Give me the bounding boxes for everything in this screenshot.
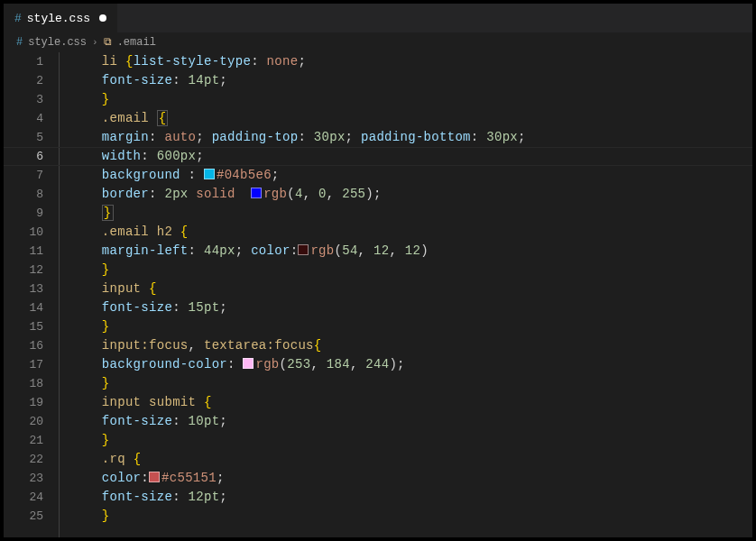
line-number[interactable]: 23 — [4, 469, 43, 488]
code-line[interactable]: border: 2px solid rgb(4, 0, 255); — [70, 185, 752, 204]
code-line[interactable]: .email { — [70, 109, 752, 128]
token: 30px — [314, 130, 346, 144]
token: submit — [149, 395, 204, 409]
line-number[interactable]: 24 — [4, 488, 43, 507]
line-number[interactable]: 21 — [4, 431, 43, 450]
code-line[interactable]: font-size: 10pt; — [70, 412, 752, 431]
code-area: 1234567891011121314151617181920212223242… — [4, 52, 752, 537]
css-file-icon: # — [16, 36, 23, 49]
color-swatch-icon[interactable] — [243, 358, 254, 369]
code-line[interactable]: } — [70, 261, 752, 280]
token: 15pt — [189, 300, 220, 315]
code-content[interactable]: li {list-style-type: none; font-size: 14… — [60, 52, 752, 537]
token: 14pt — [189, 73, 220, 87]
line-number[interactable]: 17 — [4, 355, 43, 374]
token: , — [310, 357, 326, 371]
code-line[interactable]: } — [70, 204, 752, 223]
code-line[interactable]: width: 600px; — [70, 147, 752, 166]
token: 54 — [342, 243, 357, 258]
line-number[interactable]: 7 — [4, 166, 43, 185]
token: 30px — [486, 130, 518, 144]
line-number-gutter[interactable]: 1234567891011121314151617181920212223242… — [4, 52, 60, 537]
line-number[interactable]: 5 — [4, 128, 43, 147]
code-line[interactable]: } — [70, 317, 752, 336]
line-number[interactable]: 14 — [4, 298, 43, 317]
token: 600px — [157, 149, 197, 163]
token: ) — [420, 243, 429, 258]
code-line[interactable]: input submit { — [70, 393, 752, 412]
line-number[interactable]: 6 — [4, 147, 43, 166]
color-swatch-icon[interactable] — [204, 169, 215, 179]
line-number[interactable]: 8 — [4, 185, 43, 204]
token: } — [102, 319, 110, 334]
code-line[interactable]: } — [70, 374, 752, 393]
code-line[interactable]: } — [70, 90, 752, 109]
line-number[interactable]: 25 — [4, 507, 43, 526]
code-line[interactable]: li {list-style-type: none; — [70, 52, 752, 71]
token: 244 — [365, 357, 389, 371]
token: border — [102, 187, 149, 201]
token: , — [358, 243, 373, 258]
token: .email — [102, 225, 157, 239]
line-number[interactable]: 10 — [4, 223, 43, 242]
code-line[interactable]: .email h2 { — [70, 223, 752, 242]
line-number[interactable]: 18 — [4, 374, 43, 393]
line-number[interactable]: 1 — [4, 52, 43, 71]
token: : — [149, 130, 164, 144]
line-number[interactable]: 22 — [4, 450, 43, 469]
code-line[interactable]: color:#c55151; — [70, 469, 752, 488]
token: ; — [196, 149, 204, 163]
line-number[interactable]: 9 — [4, 204, 43, 223]
line-number[interactable]: 16 — [4, 336, 43, 355]
color-swatch-icon[interactable] — [149, 472, 160, 482]
code-line[interactable]: } — [70, 507, 752, 526]
token: ; — [219, 490, 227, 504]
code-line[interactable]: } — [70, 431, 752, 450]
token: { — [314, 338, 322, 353]
code-line[interactable]: margin: auto; padding-top: 30px; padding… — [70, 128, 752, 147]
code-line[interactable]: .rq { — [70, 450, 752, 469]
token: width — [102, 149, 142, 163]
line-number[interactable]: 3 — [4, 90, 43, 109]
line-number[interactable]: 20 — [4, 412, 43, 431]
token: ; — [373, 187, 382, 201]
line-number[interactable]: 13 — [4, 280, 43, 298]
token: { — [157, 110, 169, 126]
code-line[interactable]: input:focus, textarea:focus{ — [70, 336, 752, 355]
editor-window: # style.css # style.css › ⧉ .email 12345… — [4, 4, 752, 537]
token: , — [303, 187, 318, 201]
token: 253 — [287, 357, 310, 371]
color-swatch-icon[interactable] — [298, 244, 309, 255]
code-line[interactable]: margin-left: 44px; color:rgb(54, 12, 12) — [70, 242, 752, 261]
color-swatch-icon[interactable] — [251, 188, 262, 198]
token: ; — [272, 168, 280, 182]
code-line[interactable]: background : #04b5e6; — [70, 166, 752, 185]
code-line[interactable]: background-color: rgb(253, 184, 244); — [70, 355, 752, 374]
code-line[interactable]: font-size: 14pt; — [70, 71, 752, 90]
line-number[interactable]: 4 — [4, 109, 43, 128]
token: padding-bottom — [361, 130, 471, 144]
token: { — [149, 281, 157, 296]
chevron-right-icon: › — [92, 37, 98, 48]
token: ) — [389, 357, 397, 371]
breadcrumb[interactable]: # style.css › ⧉ .email — [4, 32, 752, 52]
line-number[interactable]: 19 — [4, 393, 43, 412]
token: { — [180, 225, 189, 239]
token: : — [149, 187, 164, 201]
code-line[interactable]: font-size: 15pt; — [70, 298, 752, 317]
token: font-size — [102, 414, 172, 428]
token: : — [141, 471, 149, 485]
line-number[interactable]: 12 — [4, 261, 43, 280]
token: : — [189, 168, 204, 182]
line-number[interactable]: 15 — [4, 317, 43, 336]
line-number[interactable]: 2 — [4, 71, 43, 90]
token: textarea — [204, 338, 267, 353]
code-line[interactable]: font-size: 12pt; — [70, 488, 752, 507]
token: { — [125, 54, 134, 69]
file-tab[interactable]: # style.css — [4, 4, 117, 32]
code-line[interactable]: input { — [70, 280, 752, 298]
symbol-icon: ⧉ — [104, 36, 112, 49]
line-number[interactable]: 11 — [4, 242, 43, 261]
token: auto — [164, 130, 196, 144]
token: none — [267, 54, 299, 69]
